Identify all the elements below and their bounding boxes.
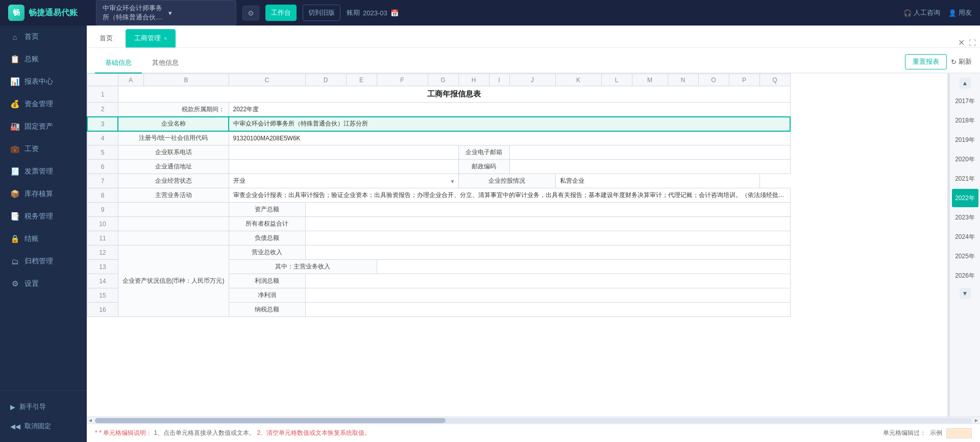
year-item-2017[interactable]: 2017年	[952, 92, 978, 110]
cell-2-value[interactable]: 2022年度	[229, 103, 790, 117]
sidebar-item-label: 资金管理	[24, 100, 53, 109]
window-close-icon[interactable]: ✕	[958, 38, 965, 47]
cell-3-value[interactable]: 中审众环会计师事务所（特殊普通合伙）江苏分所	[229, 117, 790, 131]
sidebar-item-close[interactable]: 🔒 结账	[0, 228, 87, 250]
cell-5-value2[interactable]	[509, 145, 790, 160]
scroll-right-arrow[interactable]: ►	[974, 418, 979, 423]
user-menu[interactable]: 👤 用友	[948, 8, 972, 17]
sidebar-item-tax[interactable]: 📑 税务管理	[0, 205, 87, 228]
col-header-G: G	[428, 74, 458, 86]
year-item-2021[interactable]: 2021年	[952, 169, 978, 188]
h-scroll-track[interactable]	[95, 418, 972, 423]
bottom-hint-area: * * 单元格编辑说明： 1、点击单元格直接录入数值或文本。 2、清空单元格数值…	[95, 429, 371, 437]
cell-8-value[interactable]: 审查企业会计报表；出具审计报告；验证企业资本；出具验资报告；办理企业合开、分立、…	[229, 188, 790, 203]
window-expand-icon[interactable]: ⛶	[969, 39, 976, 47]
year-item-2022[interactable]: 2022年	[952, 189, 978, 207]
hint-text1: 1、点击单元格直接录入数值或文本。	[154, 429, 255, 436]
sidebar-item-asset[interactable]: 🏭 固定资产	[0, 115, 87, 138]
h-scroll-bar[interactable]: ◄ ►	[87, 416, 980, 424]
cell-7-value2[interactable]: 私营企业	[555, 174, 760, 188]
sidebar-item-label: 税务管理	[24, 212, 53, 221]
sidebar-item-salary[interactable]: 💼 工资	[0, 138, 87, 160]
col-header-K: K	[555, 74, 601, 86]
table-row: 8 主营业务活动 审查企业会计报表；出具审计报告；验证企业资本；出具验资报告；办…	[87, 188, 790, 203]
cell-16-value[interactable]	[305, 303, 790, 317]
tab-other-info-label: 其他信息	[152, 59, 179, 66]
year-item-2026[interactable]: 2026年	[952, 266, 978, 285]
col-header-D: D	[305, 74, 346, 86]
year-item-2024[interactable]: 2024年	[952, 228, 978, 246]
cell-13-value[interactable]	[377, 260, 790, 274]
new-guide-button[interactable]: ▶ 新手引导	[0, 397, 87, 416]
scroll-left-arrow[interactable]: ◄	[88, 418, 93, 423]
year-label: 2020年	[955, 155, 975, 164]
year-down-button[interactable]: ▼	[960, 288, 971, 299]
finance-icon: 💰	[10, 100, 19, 109]
sidebar-item-finance[interactable]: 💰 资金管理	[0, 93, 87, 115]
year-label: 2021年	[955, 175, 975, 183]
sidebar-item-ledger[interactable]: 📋 总账	[0, 48, 87, 70]
cell-9-empty	[118, 203, 229, 217]
salary-icon: 💼	[10, 144, 19, 154]
switch-old-button[interactable]: 切到旧版	[303, 5, 340, 21]
cell-12-value[interactable]	[305, 245, 790, 260]
col-header-M: M	[632, 74, 668, 86]
spreadsheet-table: A B C D E F G H I J K L	[87, 73, 791, 317]
sidebar-item-archive[interactable]: 🗂 归档管理	[0, 250, 87, 273]
cell-10-value[interactable]	[305, 217, 790, 231]
tab-close-icon[interactable]: ×	[164, 35, 167, 41]
cell-9-value[interactable]	[305, 203, 790, 217]
cell-6-value1[interactable]	[229, 160, 458, 174]
cell-6-value2[interactable]	[509, 160, 790, 174]
corner-cell	[87, 74, 118, 86]
cell-15-value[interactable]	[305, 288, 790, 303]
h-scroll-thumb[interactable]	[95, 418, 446, 423]
sheet-title[interactable]: 工商年报信息表	[118, 86, 790, 103]
cell-4-value[interactable]: 91320100MA208E5W6K	[229, 131, 790, 145]
tab-other-info[interactable]: 其他信息	[142, 54, 189, 73]
cell-7-dropdown[interactable]: 开业 ▼	[229, 174, 458, 188]
table-row: 6 企业通信地址 邮政编码	[87, 160, 790, 174]
cell-5-value1[interactable]	[229, 145, 458, 160]
calendar-icon[interactable]: 📅	[390, 9, 399, 17]
year-item-2023[interactable]: 2023年	[952, 208, 978, 227]
year-item-2020[interactable]: 2020年	[952, 150, 978, 168]
workspace-button[interactable]: 工作台	[265, 5, 297, 21]
tab-home[interactable]: 首页	[91, 29, 121, 47]
cell-14-value[interactable]	[305, 274, 790, 288]
company-selector[interactable]: 中审众环会计师事务所（特殊普通合伙… ▾	[96, 0, 236, 26]
copy-button[interactable]: ⊙	[242, 6, 259, 20]
year-label: 2026年	[955, 272, 975, 280]
app-logo: 畅 畅捷通易代账	[8, 5, 90, 21]
year-label: 2022年	[955, 194, 975, 203]
sidebar-item-report[interactable]: 📊 报表中心	[0, 70, 87, 93]
report-icon: 📊	[10, 77, 19, 86]
table-row: 11 负债总额	[87, 231, 790, 245]
consult-button[interactable]: 🎧 人工咨询	[903, 8, 940, 17]
cell-3-label: 企业名称	[118, 117, 229, 131]
year-item-2018[interactable]: 2018年	[952, 111, 978, 130]
sidebar-item-label: 归档管理	[24, 257, 53, 266]
tab-bizmanage[interactable]: 工商管理 ×	[126, 29, 176, 47]
year-item-2019[interactable]: 2019年	[952, 131, 978, 149]
cell-11-value[interactable]	[305, 231, 790, 245]
tab-basic-info[interactable]: 基础信息	[95, 54, 142, 73]
archive-icon: 🗂	[10, 257, 19, 266]
spreadsheet-main[interactable]: A B C D E F G H I J K L	[87, 73, 947, 416]
cancel-pin-button[interactable]: ◀◀ 取消固定	[0, 416, 87, 436]
cell-9-label: 资产总额	[229, 203, 305, 217]
year-label: 2025年	[955, 252, 975, 261]
sidebar-item-inventory[interactable]: 📦 库存核算	[0, 183, 87, 205]
refresh-button[interactable]: ↻ 刷新	[951, 57, 972, 66]
sidebar-item-settings[interactable]: ⚙ 设置	[0, 273, 87, 295]
sidebar-item-home[interactable]: ⌂ 首页	[0, 26, 87, 48]
year-item-2025[interactable]: 2025年	[952, 247, 978, 265]
table-row: 4 注册号/统一社会信用代码 91320100MA208E5W6K	[87, 131, 790, 145]
bottom-right-area: 单元格编辑过： 示例	[883, 428, 972, 438]
year-up-button[interactable]: ▲	[960, 78, 971, 89]
reset-report-button[interactable]: 重置报表	[905, 54, 947, 69]
sidebar-item-invoice[interactable]: 🧾 发票管理	[0, 160, 87, 183]
chevron-down-icon: ▾	[168, 9, 230, 17]
table-row: 2 税款所属期间： 2022年度	[87, 103, 790, 117]
cell-12-group-label: 企业资产状况信息(币种：人民币万元)	[118, 245, 229, 317]
